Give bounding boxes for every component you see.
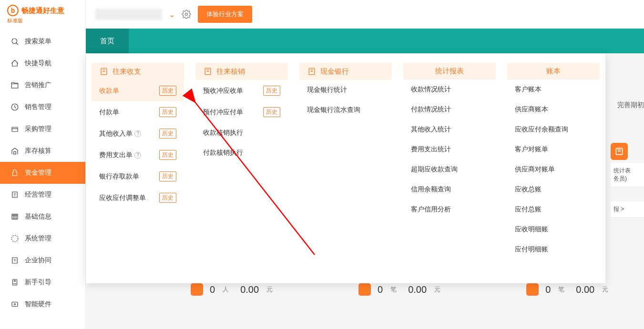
nav-icon bbox=[10, 103, 19, 111]
menu-item-2-1[interactable]: 现金银行流水查询 bbox=[299, 100, 392, 120]
menu-item-4-6[interactable]: 应付总账 bbox=[507, 199, 600, 219]
item-label: 客户信用分析 bbox=[411, 205, 451, 214]
card-amount-unit: 元 bbox=[602, 285, 608, 294]
svg-point-7 bbox=[11, 235, 18, 242]
history-badge[interactable]: 历史 bbox=[263, 107, 280, 117]
card-amount: 0.00 bbox=[408, 284, 427, 295]
menu-item-1-2[interactable]: 收款核销执行 bbox=[195, 123, 288, 143]
column-header: 往来收支 bbox=[92, 63, 184, 80]
svg-point-10 bbox=[14, 280, 16, 282]
nav-label: 搜索菜单 bbox=[25, 37, 51, 46]
tab-home[interactable]: 首页 bbox=[86, 29, 129, 53]
item-label: 费用支出统计 bbox=[411, 145, 451, 154]
menu-item-4-0[interactable]: 客户账本 bbox=[507, 80, 600, 100]
menu-item-3-1[interactable]: 付款情况统计 bbox=[403, 100, 496, 120]
mega-column-3: 统计报表收款情况统计付款情况统计其他收入统计费用支出统计超期应收款查询信用余额查… bbox=[398, 63, 501, 259]
item-label: 付款核销执行 bbox=[203, 149, 243, 157]
sidebar-item-9[interactable]: 系统管理 bbox=[0, 228, 85, 249]
menu-item-1-3[interactable]: 付款核销执行 bbox=[195, 143, 288, 163]
nav-icon bbox=[10, 256, 19, 265]
menu-item-0-0[interactable]: 收款单历史 bbox=[92, 80, 184, 101]
menu-item-1-1[interactable]: 预付冲应付单历史 bbox=[195, 101, 288, 123]
menu-item-0-2[interactable]: 其他收入单?历史 bbox=[92, 123, 184, 144]
card-amount: 0.00 bbox=[576, 284, 594, 295]
sidebar-item-3[interactable]: 销售管理 bbox=[0, 96, 85, 118]
sidebar-item-11[interactable]: 新手引导 bbox=[0, 271, 85, 293]
sidebar-item-1[interactable]: 快捷导航 bbox=[0, 52, 85, 74]
menu-item-3-6[interactable]: 客户信用分析 bbox=[403, 199, 496, 219]
float-shortcut-icon[interactable] bbox=[611, 143, 628, 160]
history-badge[interactable]: 历史 bbox=[159, 150, 176, 160]
help-icon[interactable]: ? bbox=[134, 152, 141, 159]
card-qty: 0 bbox=[210, 284, 215, 295]
org-name-placeholder[interactable] bbox=[95, 9, 162, 20]
column-items: 收款情况统计付款情况统计其他收入统计费用支出统计超期应收款查询信用余额查询客户信… bbox=[403, 80, 496, 219]
nav-label: 销售管理 bbox=[25, 103, 51, 111]
sidebar-item-5[interactable]: 库存核算 bbox=[0, 140, 85, 162]
menu-item-0-5[interactable]: 应收应付调整单历史 bbox=[92, 187, 184, 209]
menu-item-1-0[interactable]: 预收冲应收单历史 bbox=[195, 80, 288, 101]
sidebar-item-4[interactable]: 采购管理 bbox=[0, 118, 85, 140]
menu-item-4-4[interactable]: 供应商对账单 bbox=[507, 160, 600, 179]
sidebar-item-2[interactable]: 营销推广 bbox=[0, 74, 85, 96]
menu-item-3-2[interactable]: 其他收入统计 bbox=[403, 120, 496, 140]
menu-item-3-0[interactable]: 收款情况统计 bbox=[403, 80, 496, 100]
brand-edition: 标准版 bbox=[7, 17, 78, 24]
nav-label: 资金管理 bbox=[25, 169, 51, 177]
menu-item-3-3[interactable]: 费用支出统计 bbox=[403, 140, 496, 160]
menu-item-0-3[interactable]: 费用支出单?历史 bbox=[92, 144, 184, 166]
card-icon bbox=[191, 283, 203, 296]
item-label: 费用支出单? bbox=[99, 151, 141, 160]
item-label: 供应商账本 bbox=[515, 105, 548, 114]
svg-point-13 bbox=[185, 13, 188, 16]
history-badge[interactable]: 历史 bbox=[159, 86, 176, 96]
sidebar-item-0[interactable]: 搜索菜单 bbox=[0, 30, 85, 52]
menu-item-3-5[interactable]: 信用余额查询 bbox=[403, 179, 496, 199]
menu-item-3-4[interactable]: 超期应收款查询 bbox=[403, 160, 496, 179]
menu-item-4-7[interactable]: 应收明细账 bbox=[507, 219, 600, 239]
history-badge[interactable]: 历史 bbox=[159, 193, 176, 203]
card-qty-unit: 人 bbox=[223, 285, 229, 294]
sidebar-item-8[interactable]: 基础信息 bbox=[0, 206, 85, 228]
org-dropdown-caret[interactable]: ⌄ bbox=[169, 10, 175, 19]
card-qty-unit: 笔 bbox=[390, 285, 397, 294]
history-badge[interactable]: 历史 bbox=[159, 171, 176, 181]
item-label: 收款核销执行 bbox=[203, 129, 243, 137]
item-label: 应付明细账 bbox=[515, 245, 548, 254]
menu-item-4-1[interactable]: 供应商账本 bbox=[507, 100, 600, 120]
sidebar-item-6[interactable]: 资金管理 bbox=[0, 162, 85, 184]
svg-rect-8 bbox=[12, 258, 18, 263]
sidebar: b 畅捷通好生意 标准版 搜索菜单快捷导航营销推广销售管理采购管理库存核算资金管… bbox=[0, 0, 86, 329]
history-badge[interactable]: 历史 bbox=[159, 107, 176, 117]
sidebar-item-7[interactable]: 经营管理 bbox=[0, 184, 85, 206]
menu-item-4-8[interactable]: 应付明细账 bbox=[507, 239, 600, 259]
menu-item-0-4[interactable]: 银行存取款单历史 bbox=[92, 166, 184, 187]
nav-label: 采购管理 bbox=[25, 125, 51, 133]
column-title: 往来核销 bbox=[216, 67, 245, 76]
menu-item-4-3[interactable]: 客户对账单 bbox=[507, 140, 600, 160]
history-badge[interactable]: 历史 bbox=[159, 129, 176, 139]
industry-plan-button[interactable]: 体验行业方案 bbox=[198, 6, 252, 23]
menu-item-2-0[interactable]: 现金银行统计 bbox=[299, 80, 392, 100]
help-icon[interactable]: ? bbox=[134, 130, 141, 137]
card-amount-unit: 元 bbox=[434, 285, 440, 294]
svg-point-12 bbox=[14, 304, 16, 305]
column-header: 账本 bbox=[507, 63, 600, 80]
tab-strip: 首页 bbox=[86, 29, 644, 53]
header-bar: ⌄ 体验行业方案 bbox=[86, 0, 644, 29]
float-item-report[interactable]: 报 > bbox=[611, 201, 644, 218]
card-qty: 0 bbox=[378, 284, 383, 295]
menu-item-4-5[interactable]: 应收总账 bbox=[507, 179, 600, 199]
settings-gear-icon[interactable] bbox=[182, 10, 191, 19]
float-item-stats[interactable]: 统计表 务员) bbox=[611, 163, 644, 187]
menu-item-0-1[interactable]: 付款单历史 bbox=[92, 101, 184, 123]
nav-icon bbox=[10, 125, 19, 133]
sidebar-item-12[interactable]: 智能硬件 bbox=[0, 293, 85, 315]
sidebar-item-10[interactable]: 企业协同 bbox=[0, 249, 85, 271]
float-item-line2: 务员) bbox=[613, 175, 627, 182]
nav-label: 企业协同 bbox=[25, 256, 51, 265]
history-badge[interactable]: 历史 bbox=[263, 86, 280, 96]
item-label: 收款单 bbox=[99, 87, 119, 95]
column-header: 统计报表 bbox=[403, 63, 496, 80]
menu-item-4-2[interactable]: 应收应付余额查询 bbox=[507, 120, 600, 140]
